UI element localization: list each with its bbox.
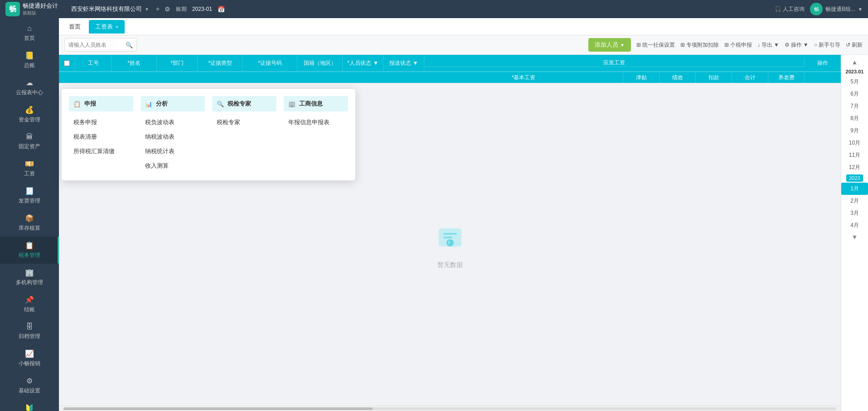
menu-item-income-estimate[interactable]: 收入测算 — [141, 159, 205, 173]
tab-salary-label: 工资表 — [95, 23, 113, 31]
menu-item-tax-expert[interactable]: 税检专家 — [212, 115, 276, 130]
section-header-expert: 🔍 税检专家 — [212, 96, 276, 111]
calendar-icon[interactable]: 📅 — [218, 6, 225, 13]
cal-month-1[interactable]: 1月 — [841, 183, 868, 195]
sidebar-item-archive[interactable]: 🗄 归档管理 — [0, 318, 59, 345]
cal-month-5[interactable]: 5月 — [841, 76, 868, 88]
special-deduction-btn[interactable]: ⊞ 专项附加扣除 — [680, 41, 719, 49]
export-chevron-icon: ▼ — [774, 42, 779, 48]
sidebar-item-fixed[interactable]: 🏛 固定资产 — [0, 128, 59, 155]
cal-month-2[interactable]: 2月 — [841, 195, 868, 207]
menu-item-tax-stats[interactable]: 纳税统计表 — [141, 144, 205, 159]
sidebar-label-funds: 资金管理 — [19, 116, 40, 124]
social-icon: ⊞ — [636, 42, 641, 48]
cal-up-btn[interactable]: ▲ — [850, 57, 860, 68]
dropdown-section-bizinfo: 🏢 工商信息 年报信息申报表 — [284, 96, 348, 173]
sidebar-item-ledger[interactable]: 📒 总账 — [0, 47, 59, 74]
settings-icon[interactable]: ⚙ — [165, 5, 170, 13]
bizinfo-section-icon: 🏢 — [288, 101, 296, 107]
toolbar-actions: ⊞ 统一社保设置 ⊞ 专项附加扣除 ⊞ 个税申报 ↓ 导出 ▼ ⚙ — [636, 41, 863, 49]
export-btn[interactable]: ↓ 导出 ▼ — [757, 41, 779, 49]
tab-close-icon[interactable]: × — [116, 24, 118, 29]
sidebar-item-cloud[interactable]: ☁ 云报表中心 — [0, 74, 59, 101]
sidebar-item-report[interactable]: 📈 小畅报销 — [0, 345, 59, 372]
sidebar-label-multi: 多机构管理 — [16, 279, 43, 286]
invoice-icon: 🧾 — [25, 187, 34, 195]
sidebar-item-guide[interactable]: 🔰 新手引导 — [0, 399, 59, 411]
social-security-btn[interactable]: ⊞ 统一社保设置 — [636, 41, 675, 49]
menu-item-tax-table[interactable]: 税表清册 — [69, 130, 133, 144]
user-area[interactable]: 畅 畅捷通B组... ▼ — [810, 3, 863, 15]
bizinfo-section-title: 工商信息 — [299, 100, 323, 108]
menu-item-tax-fluctuation[interactable]: 纳税波动表 — [141, 130, 205, 144]
add-person-button[interactable]: 添加人员 ▼ — [588, 38, 631, 52]
cal-month-8[interactable]: 8月 — [841, 112, 868, 125]
dropdown-section-analysis: 📊 分析 税负波动表 纳税波动表 纳税统计表 收入测算 — [141, 96, 205, 173]
filter-icon[interactable]: ▼ — [373, 60, 378, 66]
sidebar-item-settings[interactable]: ⚙ 基础设置 — [0, 372, 59, 399]
period-value: 2023-01 — [192, 6, 212, 12]
tab-home[interactable]: 首页 — [63, 20, 87, 34]
menu-item-annual-report[interactable]: 年报信息申报表 — [284, 115, 348, 130]
company-selector[interactable]: 西安虾米网络科技有限公司 ▼ — [71, 5, 149, 13]
sidebar-item-multi[interactable]: 🏢 多机构管理 — [0, 264, 59, 291]
sidebar-label-settings: 基础设置 — [19, 387, 40, 395]
export-icon: ↓ — [757, 42, 760, 48]
sidebar-label-close: 结账 — [24, 306, 35, 314]
cal-month-11[interactable]: 11月 — [841, 149, 868, 161]
cal-down-btn[interactable]: ▼ — [850, 232, 860, 242]
sidebar-label-invoice: 发票管理 — [19, 197, 40, 205]
sidebar-item-salary[interactable]: 💴 工资 — [0, 155, 59, 182]
col-status: *人员状态 ▼ — [343, 55, 383, 71]
cal-year-highlight: 2023 — [846, 174, 863, 182]
operate-btn[interactable]: ⚙ 操作 ▼ — [785, 41, 809, 49]
sidebar-item-inventory[interactable]: 📦 库存核算 — [0, 209, 59, 237]
tax-report-btn[interactable]: ⊞ 个税申报 — [724, 41, 752, 49]
cal-month-3[interactable]: 3月 — [841, 207, 868, 219]
tax-report-icon: ⊞ — [724, 42, 729, 48]
tax-icon: 📋 — [25, 241, 34, 250]
add-icon[interactable]: ＋ — [155, 5, 161, 13]
search-wrap: 🔍 — [64, 38, 137, 52]
sidebar-item-funds[interactable]: 💰 资金管理 — [0, 101, 59, 128]
sidebar-item-tax[interactable]: 📋 税务管理 — [0, 237, 59, 264]
sidebar-item-home[interactable]: ⌂ 首页 — [0, 20, 59, 47]
sidebar-item-invoice[interactable]: 🧾 发票管理 — [0, 182, 59, 209]
col-dept: *部门 — [157, 55, 198, 71]
cal-month-7[interactable]: 7月 — [841, 100, 868, 112]
menu-item-tax-burden[interactable]: 税负波动表 — [141, 115, 205, 130]
tab-salary[interactable]: 工资表 × — [89, 20, 125, 34]
sidebar-item-close[interactable]: 📌 结账 — [0, 291, 59, 318]
cal-month-6[interactable]: 6月 — [841, 88, 868, 100]
cal-month-4[interactable]: 4月 — [841, 219, 868, 232]
cal-top-date: 2023.01 — [846, 68, 864, 76]
headset-icon: 🎧 — [775, 6, 781, 12]
col-report-status: 报送状态 ▼ — [383, 55, 424, 71]
col-operate: 操作 — [805, 55, 841, 71]
col-group-salary: 应发工资 — [424, 59, 805, 67]
scrollbar-area[interactable] — [59, 406, 841, 411]
search-input[interactable] — [68, 42, 123, 48]
guide-btn[interactable]: ○ 新手引导 — [814, 41, 840, 49]
add-btn-label: 添加人员 — [595, 41, 618, 49]
scrollbar-thumb[interactable] — [63, 407, 373, 410]
sidebar-label-inventory: 库存核算 — [19, 224, 40, 232]
dropdown-section-shenbaio: 📋 申报 税务申报 税表清册 所得税汇算清缴 — [69, 96, 133, 173]
refresh-btn[interactable]: ↺ 刷新 — [846, 41, 863, 49]
username: 畅捷通B组... — [825, 5, 855, 13]
menu-item-tax-declare[interactable]: 税务申报 — [69, 115, 133, 130]
support-link[interactable]: 🎧 人工咨询 — [775, 5, 805, 13]
multi-icon: 🏢 — [25, 268, 34, 277]
menu-item-tax-settle[interactable]: 所得税汇算清缴 — [69, 144, 133, 159]
cal-month-9[interactable]: 9月 — [841, 125, 868, 137]
cal-month-12[interactable]: 12月 — [841, 161, 868, 174]
select-all-checkbox[interactable] — [64, 60, 70, 66]
sidebar-label-cloud: 云报表中心 — [16, 89, 43, 97]
sub-col-total: 合计 — [732, 72, 768, 83]
report-filter-icon[interactable]: ▼ — [413, 60, 418, 66]
logo-text: 畅捷通好会计 旗舰版 — [23, 2, 58, 16]
calendar-panel: ▲ 2023.01 5月 6月 7月 8月 9月 10月 11月 12月 202… — [841, 55, 868, 411]
cal-month-10[interactable]: 10月 — [841, 137, 868, 149]
inventory-icon: 📦 — [25, 214, 34, 222]
logo-icon: 畅 — [5, 2, 20, 16]
